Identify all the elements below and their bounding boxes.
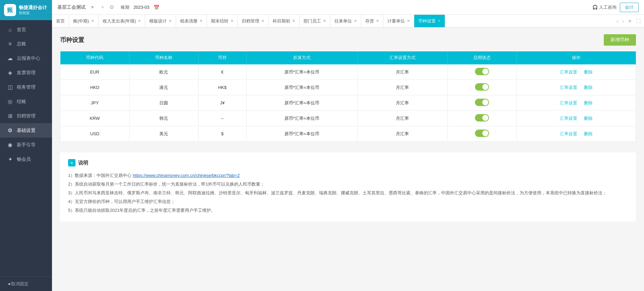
tab-close-subject[interactable]: ✕ — [292, 19, 295, 23]
tab-close-all-icon[interactable]: ✕ — [627, 18, 633, 25]
sidebar-item-archive[interactable]: ⊞ 归档管理 — [0, 109, 52, 123]
tab-inventory[interactable]: 存货 ✕ — [361, 15, 383, 28]
tab-period[interactable]: 账(中期) ✕ — [69, 15, 99, 28]
tab-close-archive[interactable]: ✕ — [261, 19, 264, 23]
toggle-track — [475, 83, 489, 91]
toggle-track — [475, 114, 489, 122]
toggle-enabled[interactable] — [475, 99, 489, 106]
tab-close-tax[interactable]: ✕ — [200, 19, 203, 23]
tab-prev-icon[interactable]: ‹ — [615, 18, 620, 25]
delete-link[interactable]: 删除 — [584, 131, 593, 136]
tab-close-dept[interactable]: ✕ — [323, 19, 326, 23]
company-dropdown-icon[interactable]: ▼ — [90, 5, 95, 10]
rate-setting-link[interactable]: 汇率设置 — [560, 131, 577, 136]
sidebar-item-home[interactable]: ⌂ 首页 — [0, 23, 52, 37]
tab-period-end[interactable]: 期末结转 ✕ — [207, 15, 238, 28]
delete-link[interactable]: 删除 — [584, 69, 593, 75]
add-company-icon[interactable]: ＋ — [100, 4, 105, 11]
toggle-thumb — [482, 130, 488, 136]
rate-setting-link[interactable]: 汇率设置 — [560, 116, 577, 121]
table-header-row: 币种代码 币种名称 币符 折算方式 汇率设置方式 启用状态 操作 — [60, 51, 636, 64]
tab-expand-icon[interactable]: ⛶ — [635, 18, 642, 25]
delete-link[interactable]: 删除 — [584, 85, 593, 90]
col-status: 启用状态 — [447, 51, 517, 64]
cell-actions: 汇率设置 删除 — [517, 126, 636, 142]
cell-status[interactable] — [447, 64, 517, 80]
sidebar-item-basic[interactable]: ⚙ 基础设置 — [0, 123, 52, 138]
toggle-enabled[interactable] — [475, 68, 489, 75]
tab-close-template[interactable]: ✕ — [169, 19, 172, 23]
cell-rate-type: 月汇率 — [357, 95, 447, 111]
cell-calc: 原币*汇率=本位币 — [246, 126, 357, 142]
cell-calc: 原币*汇率=本位币 — [246, 111, 357, 126]
tab-close-customer[interactable]: ✕ — [354, 19, 357, 23]
cell-calc: 原币*汇率=本位币 — [246, 95, 357, 111]
app-logo-icon: 账 — [4, 4, 16, 16]
toggle-enabled[interactable] — [475, 114, 489, 122]
table-row: KRW 韩元 -- 原币*汇率=本位币 月汇率 汇率设置 删除 — [60, 111, 636, 126]
rate-setting-link[interactable]: 汇率设置 — [560, 85, 577, 90]
tab-currency[interactable]: 币种设置 ✕ — [414, 15, 445, 28]
new-currency-button[interactable]: 新增币种 — [604, 34, 636, 46]
tab-close-period[interactable]: ✕ — [91, 19, 94, 23]
tab-customer[interactable]: 往来单位 ✕ — [330, 15, 361, 28]
cell-symbol: $ — [198, 126, 246, 142]
toggle-enabled[interactable] — [475, 130, 489, 137]
cell-symbol: € — [198, 64, 246, 80]
account-button[interactable]: 会计 — [620, 3, 639, 12]
cell-status[interactable] — [447, 126, 517, 142]
delete-link[interactable]: 删除 — [584, 100, 593, 105]
toggle-enabled[interactable] — [475, 83, 489, 91]
calendar-icon[interactable]: 📅 — [154, 5, 159, 10]
sidebar-item-ledger[interactable]: ≡ 总账 — [0, 37, 52, 51]
tab-archive[interactable]: 归档管理 ✕ — [238, 15, 269, 28]
delete-link[interactable]: 删除 — [584, 116, 593, 121]
currency-table: 币种代码 币种名称 币符 折算方式 汇率设置方式 启用状态 操作 EUR 欧元 … — [60, 51, 636, 142]
tab-income[interactable]: 收入支出表(年报) ✕ — [99, 15, 146, 28]
invoice-icon: ◈ — [7, 69, 13, 76]
tab-unit[interactable]: 计量单位 ✕ — [383, 15, 414, 28]
cell-status[interactable] — [447, 95, 517, 111]
sidebar-item-invoice[interactable]: ◈ 发票管理 — [0, 65, 52, 80]
rate-setting-link[interactable]: 汇率设置 — [560, 100, 577, 105]
tab-close-inventory[interactable]: ✕ — [376, 19, 379, 23]
member-icon: ✦ — [7, 156, 13, 162]
page-title-row: 币种设置 新增币种 — [60, 34, 636, 46]
period-value: 2023-03 — [133, 5, 150, 10]
sidebar-item-reports[interactable]: ☁ 云报表中心 — [0, 51, 52, 65]
headset-icon: 🎧 — [592, 5, 598, 10]
tab-close-currency[interactable]: ✕ — [438, 19, 441, 23]
cell-symbol: HK$ — [198, 80, 246, 95]
sidebar-menu: ⌂ 首页 ≡ 总账 ☁ 云报表中心 ◈ 发票管理 ◫ 税务管理 ◎ 结账 ⊞ 归… — [0, 20, 52, 277]
notes-link[interactable]: https://www.chinamoney.com.cn/chinese/bk… — [133, 173, 240, 178]
cell-status[interactable] — [447, 111, 517, 126]
support-button[interactable]: 🎧 人工咨询 — [592, 4, 616, 10]
tax-icon: ◫ — [7, 84, 13, 90]
sidebar-item-settle[interactable]: ◎ 结账 — [0, 94, 52, 109]
tab-subject[interactable]: 科目期初 ✕ — [269, 15, 300, 28]
tab-close-unit[interactable]: ✕ — [407, 19, 410, 23]
sidebar-toggle-pin[interactable]: ◄取消固定 — [0, 277, 52, 291]
cell-name: 韩元 — [129, 111, 198, 126]
tab-close-income[interactable]: ✕ — [138, 19, 141, 23]
sidebar-item-tax[interactable]: ◫ 税务管理 — [0, 80, 52, 94]
tab-dept[interactable]: 部门员工 ✕ — [300, 15, 330, 28]
sidebar-item-member[interactable]: ✦ 畅会员 — [0, 152, 52, 166]
tab-tax[interactable]: 税表清册 ✕ — [176, 15, 207, 28]
cell-code: EUR — [60, 64, 129, 80]
cell-status[interactable] — [447, 80, 517, 95]
tab-home[interactable]: 首页 — [52, 15, 69, 28]
tab-navigation: ‹ › ✕ ⛶ — [613, 18, 644, 25]
home-icon: ⌂ — [7, 27, 13, 33]
tab-close-period-end[interactable]: ✕ — [230, 19, 233, 23]
tab-template[interactable]: 模版设计 ✕ — [145, 15, 176, 28]
toggle-thumb — [482, 84, 488, 90]
notes-section: ≡ 说明 1）数据来源：中国外汇交易中心 https://www.chinamo… — [60, 152, 636, 222]
sidebar-item-guide[interactable]: ◉ 新手引导 — [0, 138, 52, 152]
settings-icon[interactable]: ⚙ — [109, 4, 114, 10]
table-row: EUR 欧元 € 原币*汇率=本位币 月汇率 汇率设置 删除 — [60, 64, 636, 80]
cell-rate-type: 月汇率 — [357, 111, 447, 126]
rate-setting-link[interactable]: 汇率设置 — [560, 69, 577, 75]
cell-actions: 汇率设置 删除 — [517, 64, 636, 80]
tab-next-icon[interactable]: › — [621, 18, 625, 25]
